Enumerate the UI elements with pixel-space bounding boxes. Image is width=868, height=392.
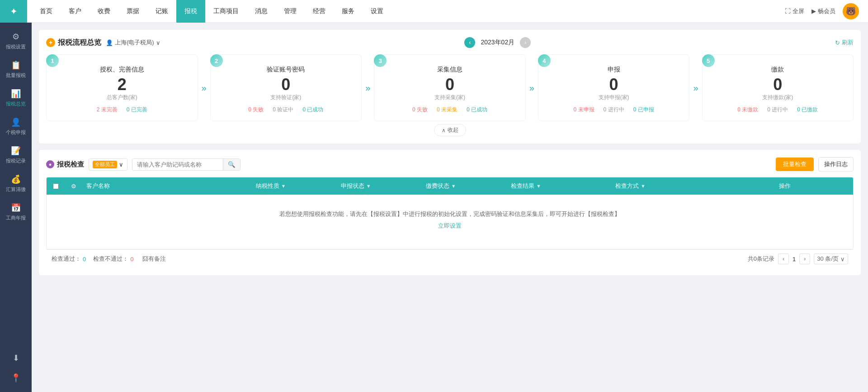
pass-count-link[interactable]: 0: [83, 256, 86, 263]
th-gear[interactable]: ⚙: [65, 178, 83, 194]
stat-fail-5[interactable]: 0 未缴款: [737, 106, 758, 114]
sidebar-item-tax-record[interactable]: 📝 报税记录: [0, 141, 31, 169]
pagination: 共0条记录 ‹ 1 › 30 条/页 ∨: [748, 253, 848, 264]
batch-check-btn[interactable]: 批量检查: [776, 158, 814, 171]
per-page-select[interactable]: 30 条/页 ∨: [814, 253, 848, 264]
arrow-1-2: »: [198, 83, 210, 93]
filter-icon-result[interactable]: ▼: [536, 183, 541, 189]
setup-link[interactable]: 立即设置: [438, 220, 462, 232]
th-check-method: 检查方式 ▼: [612, 177, 716, 195]
stat-success-4[interactable]: 0 已申报: [633, 106, 654, 114]
next-month-btn[interactable]: ›: [520, 37, 531, 48]
th-operation: 操作: [716, 177, 853, 195]
nav-settings[interactable]: 设置: [363, 0, 392, 23]
footer-pass-stat: 检查通过： 0: [52, 255, 86, 263]
step-stats-2: 0 失败 0 验证中 0 已成功: [218, 106, 354, 114]
taxcheck-panel: ● 报税检查 全部员工 ∨ 🔍 批量检查 操作日志: [39, 150, 861, 275]
nav-operation[interactable]: 经营: [305, 0, 334, 23]
stat-pending-3[interactable]: 0 未采集: [437, 106, 458, 114]
membership-btn[interactable]: ▶ 畅会员: [811, 7, 835, 15]
download-icon: ⬇: [13, 353, 19, 363]
next-page-btn[interactable]: ›: [799, 253, 810, 264]
sidebar-bottom: ⬇ 📍: [0, 349, 31, 392]
table-footer: 检查通过： 0 检查不通过： 0 囧有备注 共0条记录 ‹ 1 › 30 条/页…: [46, 249, 854, 268]
check-title: ● 报税检查: [46, 160, 84, 169]
nav-service[interactable]: 服务: [334, 0, 363, 23]
step-stats-5: 0 未缴款 0 进行中 0 已缴款: [710, 106, 846, 114]
footer-fail-stat: 检查不通过： 0: [93, 255, 133, 263]
stat-ongoing-4[interactable]: 0 进行中: [604, 106, 624, 114]
refresh-btn[interactable]: ↻ 刷新: [835, 38, 854, 47]
collapse-btn[interactable]: ∧ 收起: [434, 124, 466, 136]
nav-message[interactable]: 消息: [247, 0, 276, 23]
arrow-4-5: »: [689, 83, 702, 93]
main-content: + 报税流程总览 👤 上海(电子税局) ∨ ‹ 2023年02月 › ↻ 刷新: [32, 23, 868, 392]
staff-select[interactable]: 全部员工 ∨: [89, 158, 127, 171]
step-sub-3: 支持采集(家): [382, 94, 518, 101]
stat-fail-3[interactable]: 0 失败: [412, 106, 428, 114]
log-btn[interactable]: 操作日志: [818, 157, 854, 172]
nav-fee[interactable]: 收费: [90, 0, 118, 23]
footer-note: 囧有备注: [142, 255, 166, 263]
nav-home[interactable]: 首页: [32, 0, 61, 23]
stat-success-1[interactable]: 0 已完善: [127, 106, 147, 114]
th-checkbox[interactable]: [47, 179, 65, 194]
per-page-chevron-icon: ∨: [840, 256, 845, 263]
step-stats-4: 0 未申报 0 进行中 0 已申报: [546, 106, 682, 114]
nav-invoice[interactable]: 票据: [118, 0, 147, 23]
nav-client[interactable]: 客户: [61, 0, 90, 23]
fail-count-link[interactable]: 0: [130, 256, 133, 263]
sidebar-item-tax-overview[interactable]: 📊 报税总览: [0, 84, 31, 112]
fullscreen-btn[interactable]: ⛶ 全屏: [785, 7, 804, 15]
sidebar-item-annual-report[interactable]: 📅 工商年报: [0, 198, 31, 226]
filter-icon-pay[interactable]: ▼: [451, 183, 456, 189]
stat-pending-2[interactable]: 0 验证中: [273, 106, 293, 114]
nav-accounting[interactable]: 记账: [147, 0, 176, 23]
collapse-icon: ∧: [442, 127, 446, 134]
stat-ongoing-5[interactable]: 0 进行中: [767, 106, 788, 114]
stat-success-2[interactable]: 0 已成功: [302, 106, 323, 114]
search-box: 🔍: [132, 158, 241, 171]
stat-fail-1[interactable]: 2 未完善: [97, 106, 118, 114]
first-page-btn[interactable]: ‹: [778, 253, 789, 264]
sidebar-item-settlement[interactable]: 💰 汇算清缴: [0, 170, 31, 197]
nav-business[interactable]: 工商项目: [205, 0, 247, 23]
stat-fail-4[interactable]: 0 未申报: [574, 106, 594, 114]
stat-success-3[interactable]: 0 已成功: [467, 106, 487, 114]
table-empty-msg: 若您想使用报税检查功能，请先在【报税设置】中进行报税的初始化设置，完成密码验证和…: [47, 195, 853, 245]
sidebar: ⚙ 报税设置 📋 批量报税 📊 报税总览 👤 个税申报 📝 报税记录 💰 汇算清…: [0, 23, 32, 392]
flow-card-5: 5 缴款 0 支持缴款(家) 0 未缴款 0 进行中: [702, 54, 854, 121]
step-badge-5: 5: [702, 54, 715, 67]
filter-icon-declare[interactable]: ▼: [366, 183, 371, 189]
logo[interactable]: ✦: [0, 0, 27, 23]
step-sub-1: 总客户数(家): [54, 94, 190, 101]
stat-fail-2[interactable]: 0 失败: [248, 106, 264, 114]
sidebar-download[interactable]: ⬇: [0, 349, 31, 368]
location-tag-icon: 👤: [106, 39, 113, 46]
sidebar-location[interactable]: 📍: [0, 368, 31, 387]
avatar[interactable]: 🐻: [843, 3, 859, 19]
logo-icon: ✦: [10, 6, 18, 17]
select-all-checkbox[interactable]: [53, 183, 59, 189]
filter-icon-method[interactable]: ▼: [641, 183, 646, 189]
search-button[interactable]: 🔍: [223, 159, 240, 170]
sidebar-item-tax-settings[interactable]: ⚙ 报税设置: [0, 27, 31, 55]
sidebar-item-personal-tax[interactable]: 👤 个税申报: [0, 113, 31, 140]
nav-tax[interactable]: 报税: [176, 0, 205, 23]
nav-management[interactable]: 管理: [276, 0, 305, 23]
location-tag[interactable]: 👤 上海(电子税局) ∨: [106, 38, 160, 47]
sidebar-item-batch-tax[interactable]: 📋 批量报税: [0, 56, 31, 83]
overview-panel: + 报税流程总览 👤 上海(电子税局) ∨ ‹ 2023年02月 › ↻ 刷新: [39, 30, 861, 143]
filter-icon-tax[interactable]: ▼: [281, 183, 286, 189]
plus-circle-icon: +: [46, 38, 55, 47]
prev-month-btn[interactable]: ‹: [464, 37, 475, 48]
step-badge-2: 2: [210, 54, 223, 67]
stat-success-5[interactable]: 0 已缴款: [797, 106, 818, 114]
chevron-down-icon: ∨: [156, 39, 160, 46]
tax-overview-icon: 📊: [11, 89, 21, 99]
tax-settings-icon: ⚙: [12, 32, 19, 42]
fullscreen-icon: ⛶: [785, 8, 791, 14]
search-input[interactable]: [132, 159, 223, 170]
step-title-4: 申报: [546, 66, 682, 74]
table-header: ⚙ 客户名称 纳税性质 ▼ 申报状态 ▼ 缴费状态 ▼: [47, 177, 853, 195]
